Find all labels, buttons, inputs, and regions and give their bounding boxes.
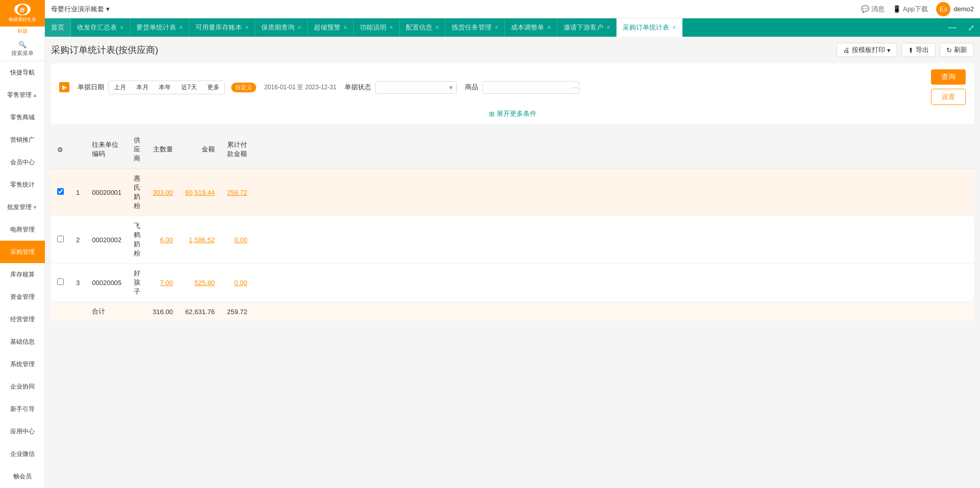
chevron-right-icon: ▼ — [33, 204, 38, 210]
tab-pickup-task[interactable]: 拣货任务管理 × — [446, 18, 505, 37]
row-2-quantity[interactable]: 6.00 — [146, 216, 179, 264]
goods-search-icon[interactable]: ··· — [571, 83, 577, 91]
sidebar-item-newbie[interactable]: 新手引导 — [0, 398, 45, 420]
table-row[interactable]: 3 00020005 好孩子 7.00 525.80 0.00 — [51, 264, 974, 302]
filter-expand-button[interactable]: ▶ — [59, 82, 69, 92]
tab-close-icon[interactable]: × — [547, 24, 551, 31]
date-btn-this-month[interactable]: 本月 — [131, 81, 154, 94]
message-button[interactable]: 💬 消息 — [861, 5, 885, 14]
row-1-quantity[interactable]: 303.00 — [146, 169, 179, 216]
tab-close-icon[interactable]: × — [389, 24, 393, 31]
row-3-amount[interactable]: 525.80 — [179, 264, 221, 302]
retail-label: 零售管理 — [7, 91, 32, 99]
tab-function-desc[interactable]: 功能说明 × — [354, 18, 400, 37]
sidebar-item-retail[interactable]: 零售管理 ▲ — [0, 84, 45, 106]
filter-action-buttons: 查询 设置 — [931, 69, 966, 105]
sidebar-item-inventory[interactable]: 库存核算 — [0, 263, 45, 286]
expand-more-button[interactable]: ⊞ 展开更多条件 — [59, 109, 966, 118]
query-button[interactable]: 查询 — [931, 69, 966, 85]
sidebar-item-system[interactable]: 系统管理 — [0, 353, 45, 375]
date-custom-badge[interactable]: 自定义 — [231, 83, 256, 92]
row-checkbox-3[interactable] — [51, 264, 70, 302]
app-download-button[interactable]: 📱 App下载 — [893, 5, 928, 14]
row-3-quantity[interactable]: 7.00 — [146, 264, 179, 302]
page-title: 采购订单统计表(按供应商) — [51, 44, 158, 56]
row-checkbox-2[interactable] — [51, 216, 70, 264]
sidebar-item-member2[interactable]: 畅会员 — [0, 465, 45, 487]
sidebar: 好 畅捷通好生意 标题 🔍 搜索菜单 快捷导航 零售管理 ▲ 零售商城 营销推广… — [0, 0, 45, 488]
row-2-amount[interactable]: 1,586.52 — [179, 216, 221, 264]
date-btn-7-days[interactable]: 近7天 — [176, 81, 202, 94]
tab-close-icon[interactable]: × — [495, 24, 498, 31]
tab-order-summary[interactable]: 要货单统计表 × — [130, 18, 189, 37]
filter-row-1: ▶ 单据日期 上月 本月 本年 近7天 更多 自定义 2016-01-01 至 … — [59, 69, 966, 105]
table-row[interactable]: 2 00020002 飞鹤奶粉 6.00 1,586.52 0.00 — [51, 216, 974, 264]
refresh-button[interactable]: ↻ 刷新 — [940, 43, 974, 57]
tab-invite-downstream[interactable]: 邀请下游客户 × — [557, 18, 617, 37]
tab-close-icon[interactable]: × — [344, 24, 347, 31]
sidebar-item-app-center[interactable]: 应用中心 — [0, 420, 45, 443]
goods-input[interactable] — [482, 81, 579, 94]
sidebar-item-retail-stats[interactable]: 零售统计 — [0, 173, 45, 196]
status-select[interactable] — [375, 81, 457, 94]
sidebar-item-quick-nav[interactable]: 快捷导航 — [0, 61, 45, 84]
tab-close-icon[interactable]: × — [120, 24, 124, 31]
tab-home[interactable]: 首页 — [45, 18, 71, 37]
settings-icon[interactable]: ⚙ — [57, 146, 63, 153]
row-1-amount[interactable]: 60,519.44 — [179, 169, 221, 216]
sidebar-item-ecommerce[interactable]: 电商管理 — [0, 218, 45, 241]
row-3-checkbox[interactable] — [57, 278, 64, 285]
tab-cost-adjust[interactable]: 成本调整单 × — [505, 18, 557, 37]
table-row[interactable]: 1 00020001 惠氏奶粉 303.00 60,519.44 259.72 — [51, 169, 974, 216]
th-supplier-name: 供应商 — [128, 131, 146, 169]
tab-close-icon[interactable]: × — [435, 24, 439, 31]
tab-close-icon[interactable]: × — [245, 24, 249, 31]
tab-close-icon[interactable]: × — [606, 24, 610, 31]
sidebar-item-retail-store[interactable]: 零售商城 — [0, 106, 45, 129]
tab-close-icon[interactable]: × — [672, 24, 676, 31]
footer-paid-amount: 259.72 — [221, 302, 254, 322]
setting-button[interactable]: 设置 — [931, 89, 966, 105]
tab-warranty-query[interactable]: 保质期查询 × — [255, 18, 308, 37]
search-menu-button[interactable]: 🔍 搜索菜单 — [0, 37, 45, 61]
sidebar-item-enterprise[interactable]: 企业协同 — [0, 375, 45, 398]
tab-overstock-warning[interactable]: 超储预警 × — [308, 18, 354, 37]
sidebar-item-operations[interactable]: 经营管理 — [0, 308, 45, 330]
search-menu-label: 搜索菜单 — [11, 49, 34, 57]
tab-close-icon[interactable]: × — [179, 24, 183, 31]
tab-maximize-button[interactable]: ⤢ — [962, 18, 980, 37]
tab-close-icon[interactable]: × — [298, 24, 301, 31]
row-2-paid-amount[interactable]: 0.00 — [221, 216, 254, 264]
tab-purchase-summary[interactable]: 采购订单统计表 × — [617, 18, 682, 37]
export-button[interactable]: ⬆ 导出 — [901, 43, 936, 57]
tab-available-stock[interactable]: 可用量库存账本 × — [189, 18, 255, 37]
row-1-checkbox[interactable] — [57, 188, 64, 195]
user-menu[interactable]: Ea demo2 — [936, 2, 974, 16]
sidebar-item-wholesale[interactable]: 批发管理 ▼ — [0, 196, 45, 218]
account-dropdown[interactable]: 母婴行业演示账套 ▾ — [51, 5, 110, 14]
date-btn-last-month[interactable]: 上月 — [109, 81, 131, 94]
filter-date-item: 单据日期 上月 本月 本年 近7天 更多 自定义 — [78, 81, 256, 94]
row-checkbox-1[interactable] — [51, 169, 70, 216]
tab-config-info[interactable]: 配置信息 × — [400, 18, 446, 37]
row-2-checkbox[interactable] — [57, 236, 64, 242]
sidebar-item-purchase[interactable]: 采购管理 — [0, 241, 45, 263]
app-logo[interactable]: 好 畅捷通好生意 — [0, 0, 45, 27]
date-btn-this-year[interactable]: 本年 — [154, 81, 176, 94]
row-3-paid-amount[interactable]: 0.00 — [221, 264, 254, 302]
tab-receive-summary[interactable]: 收发存汇总表 × — [71, 18, 130, 37]
template-print-button[interactable]: 🖨 按模板打印 ▾ — [837, 43, 897, 57]
sidebar-item-enterprise-wechat[interactable]: 企业微信 — [0, 443, 45, 465]
logo-subtitle: 畅捷通好生意 — [9, 16, 36, 23]
row-2-index: 2 — [70, 216, 86, 264]
sidebar-item-finance[interactable]: 资金管理 — [0, 286, 45, 308]
th-index — [70, 131, 86, 169]
brand-label: 标题 — [17, 27, 28, 37]
sidebar-item-member[interactable]: 会员中心 — [0, 151, 45, 173]
sidebar-item-marketing[interactable]: 营销推广 — [0, 129, 45, 151]
date-btn-more[interactable]: 更多 — [202, 81, 225, 94]
row-3-index: 3 — [70, 264, 86, 302]
sidebar-item-basic-info[interactable]: 基础信息 — [0, 330, 45, 353]
row-1-paid-amount[interactable]: 259.72 — [221, 169, 254, 216]
tab-minimize-button[interactable]: — — [943, 18, 962, 37]
